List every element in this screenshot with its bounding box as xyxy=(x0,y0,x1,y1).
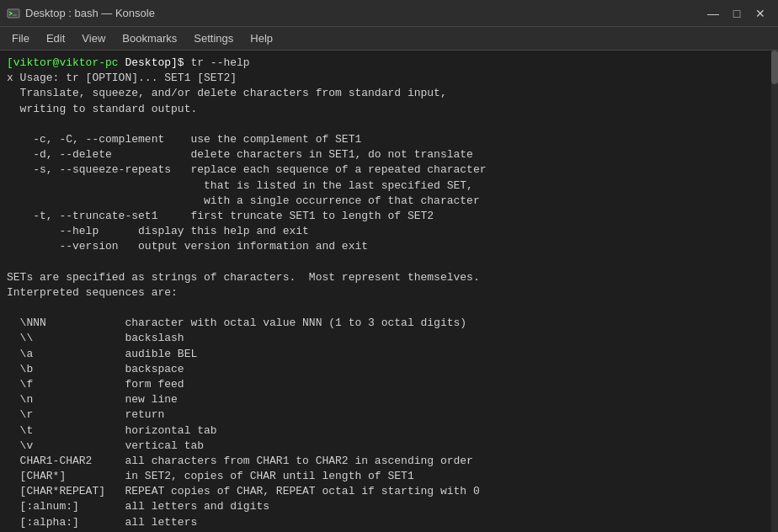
title-bar-left: Desktop : bash — Konsole xyxy=(7,7,155,20)
menu-bookmarks[interactable]: Bookmarks xyxy=(114,29,185,48)
maximize-button[interactable]: □ xyxy=(726,4,748,23)
minimize-button[interactable]: — xyxy=(702,4,724,23)
prompt-command: tr --help xyxy=(184,56,250,69)
menu-view[interactable]: View xyxy=(73,29,114,48)
menu-settings[interactable]: Settings xyxy=(185,29,242,48)
terminal-output: [viktor@viktor-pc Desktop]$ tr --help x … xyxy=(7,56,771,532)
prompt-path: Desktop]$ xyxy=(119,56,184,69)
close-button[interactable]: ✕ xyxy=(749,4,771,23)
window-controls: — □ ✕ xyxy=(702,4,771,23)
terminal-area[interactable]: [viktor@viktor-pc Desktop]$ tr --help x … xyxy=(0,51,778,532)
svg-rect-0 xyxy=(8,9,19,18)
app-icon xyxy=(7,7,20,20)
scrollbar[interactable] xyxy=(771,51,778,532)
window-title: Desktop : bash — Konsole xyxy=(25,7,155,19)
menu-file[interactable]: File xyxy=(3,29,38,48)
menu-help[interactable]: Help xyxy=(242,29,281,48)
prompt-user: [viktor@viktor-pc xyxy=(7,56,119,69)
scrollbar-thumb[interactable] xyxy=(771,51,778,84)
title-bar: Desktop : bash — Konsole — □ ✕ xyxy=(0,0,778,27)
menu-bar: File Edit View Bookmarks Settings Help xyxy=(0,27,778,51)
menu-edit[interactable]: Edit xyxy=(38,29,73,48)
